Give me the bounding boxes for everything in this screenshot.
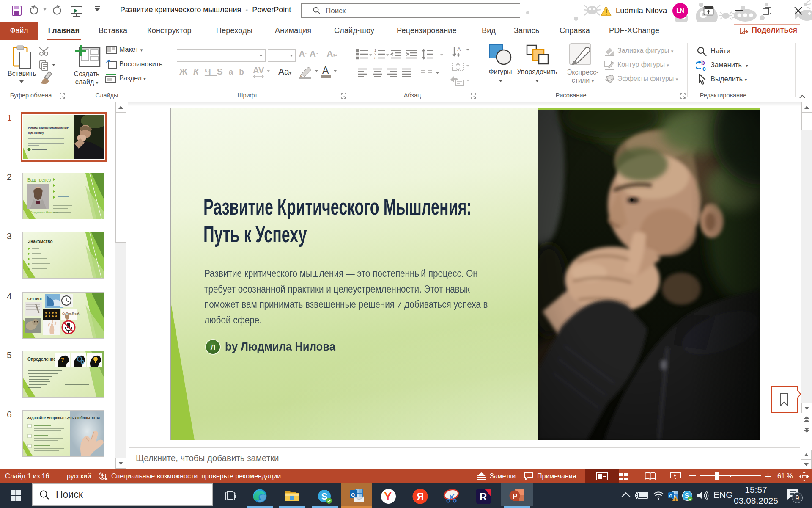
svg-text:Y: Y: [384, 490, 392, 503]
svg-text:А: А: [457, 46, 461, 52]
svg-text:R: R: [480, 491, 487, 502]
svg-text:Задавайте Вопросы: Суть Любопы: Задавайте Вопросы: Суть Любопытства: [27, 416, 100, 420]
svg-text:Сеттинг: Сеттинг: [27, 297, 42, 301]
svg-text:?: ?: [61, 356, 64, 363]
svg-text:Знакомство: Знакомство: [28, 239, 53, 244]
svg-text:Определение: Определение: [27, 357, 56, 362]
svg-text:3: 3: [374, 56, 376, 60]
svg-text:o: o: [669, 493, 672, 499]
svg-text:c: c: [702, 65, 706, 72]
svg-text:Coffee Break: Coffee Break: [62, 312, 80, 315]
svg-text:Я: Я: [417, 491, 424, 502]
svg-text:Путь к Успеху: Путь к Успеху: [28, 131, 44, 135]
svg-text:Развитие Критического Мышления: Развитие Критического Мышления:: [28, 126, 69, 130]
svg-text:P: P: [513, 492, 517, 500]
svg-text:Ваш тренер: Ваш тренер: [27, 178, 51, 182]
